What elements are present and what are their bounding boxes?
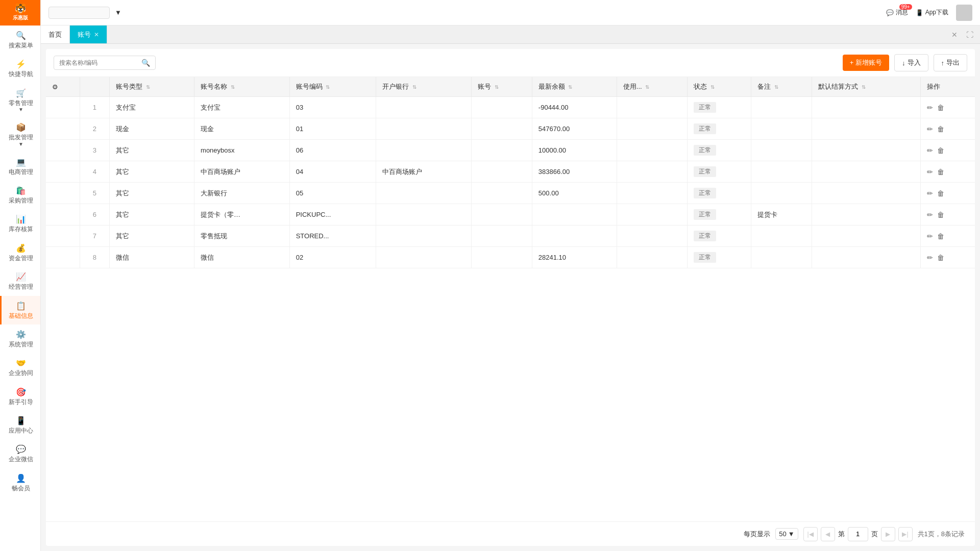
sidebar-item-system[interactable]: ⚙️ 系统管理 xyxy=(0,324,40,353)
delete-btn-1[interactable]: 🗑 xyxy=(937,125,944,133)
delete-btn-7[interactable]: 🗑 xyxy=(937,254,944,262)
tab-home[interactable]: 首页 xyxy=(41,26,70,43)
sidebar-item-purchase[interactable]: 🛍️ 采购管理 xyxy=(0,181,40,209)
edit-btn-4[interactable]: ✏ xyxy=(927,189,933,197)
sort-status-icon[interactable]: ⇅ xyxy=(710,84,715,90)
per-page-select[interactable]: 50 ▼ xyxy=(775,528,798,540)
sidebar-item-ecommerce[interactable]: 💻 电商管理 xyxy=(0,152,40,181)
row-type-7: 微信 xyxy=(110,247,194,268)
total-info: 共1页，8条记录 xyxy=(918,530,965,539)
tab-account[interactable]: 账号 ✕ xyxy=(70,26,107,43)
tab-account-close[interactable]: ✕ xyxy=(94,31,99,38)
row-bank-2 xyxy=(376,140,472,161)
search-icon[interactable]: 🔍 xyxy=(141,59,150,67)
delete-btn-4[interactable]: 🗑 xyxy=(937,189,944,197)
sort-balance-icon[interactable]: ⇅ xyxy=(568,84,572,90)
row-balance-1: 547670.00 xyxy=(532,118,617,140)
edit-btn-0[interactable]: ✏ xyxy=(927,104,933,112)
sidebar-item-retail[interactable]: 🛒 零售管理 ▼ xyxy=(0,83,40,117)
export-button[interactable]: ↑ 导出 xyxy=(934,54,968,71)
sidebar-item-shortcut[interactable]: ⚡ 快捷导航 xyxy=(0,54,40,83)
edit-btn-1[interactable]: ✏ xyxy=(927,125,933,133)
delete-btn-0[interactable]: 🗑 xyxy=(937,104,944,112)
sidebar-item-inventory[interactable]: 📊 库存核算 xyxy=(0,209,40,238)
add-account-button[interactable]: + 新增账号 xyxy=(843,55,889,71)
topbar-search-input[interactable] xyxy=(53,9,94,16)
row-num-1: 2 xyxy=(80,118,109,140)
table-row: 6 其它 提货卡（零… PICKUPC... 正常 提货卡 ✏ 🗑 xyxy=(46,204,975,226)
sort-bank-icon[interactable]: ⇅ xyxy=(412,84,416,90)
row-status-1: 正常 xyxy=(688,118,751,140)
edit-btn-3[interactable]: ✏ xyxy=(927,168,933,176)
edit-btn-6[interactable]: ✏ xyxy=(927,232,933,240)
sort-code-icon[interactable]: ⇅ xyxy=(326,84,330,90)
page-prev-btn[interactable]: ◀ xyxy=(821,527,835,541)
sidebar-icon-ecommerce: 💻 xyxy=(16,157,26,167)
delete-btn-3[interactable]: 🗑 xyxy=(937,168,944,176)
delete-btn-6[interactable]: 🗑 xyxy=(937,232,944,240)
sidebar-item-wholesale[interactable]: 📦 批发管理 ▼ xyxy=(0,117,40,152)
col-action: 操作 xyxy=(921,77,975,97)
sidebar-item-apps[interactable]: 📱 应用中心 xyxy=(0,411,40,439)
sort-type-icon[interactable]: ⇅ xyxy=(146,84,150,90)
row-num-5: 6 xyxy=(80,204,109,226)
delete-btn-2[interactable]: 🗑 xyxy=(937,146,944,155)
row-account-6 xyxy=(471,226,532,247)
table-row: 5 其它 大新银行 05 500.00 正常 ✏ 🗑 xyxy=(46,183,975,204)
page-first-btn[interactable]: |◀ xyxy=(803,527,818,541)
sidebar-item-guide[interactable]: 🎯 新手引导 xyxy=(0,382,40,411)
status-badge-2: 正常 xyxy=(694,145,716,156)
table-container: ⚙ 账号类型 ⇅ 账号名称 ⇅ 账号编码 ⇅ 开户银行 ⇅ 账号 ⇅ 最新余额 … xyxy=(46,77,975,521)
row-default-payment-6 xyxy=(812,226,921,247)
page-number-input[interactable] xyxy=(848,527,868,541)
row-balance-7: 28241.10 xyxy=(532,247,617,268)
edit-btn-5[interactable]: ✏ xyxy=(927,211,933,219)
row-settings-3 xyxy=(46,161,80,183)
import-button[interactable]: ↓ 导入 xyxy=(894,54,928,71)
sidebar-icon-wechat: 💬 xyxy=(16,444,26,454)
sidebar-item-finance[interactable]: 💰 资金管理 xyxy=(0,238,40,267)
tab-close-icon[interactable]: ✕ xyxy=(948,29,961,41)
search-box[interactable]: 🔍 xyxy=(54,56,156,70)
settings-icon[interactable]: ⚙ xyxy=(52,83,58,91)
sort-name-icon[interactable]: ⇅ xyxy=(231,84,235,90)
sidebar-item-search[interactable]: 🔍 搜索菜单 xyxy=(0,26,40,54)
topbar-app-download[interactable]: 📱 App下载 xyxy=(916,8,948,17)
topbar-message[interactable]: 💬 消息 99+ xyxy=(886,8,908,17)
tab-fullscreen-icon[interactable]: ⛶ xyxy=(964,29,976,41)
col-balance: 最新余额 ⇅ xyxy=(532,77,617,97)
status-badge-4: 正常 xyxy=(694,188,716,198)
sidebar-label-inventory: 库存核算 xyxy=(9,226,33,233)
sidebar-item-wechat[interactable]: 💬 企业微信 xyxy=(0,439,40,468)
table-row: 4 其它 中百商场账户 04 中百商场账户 383866.00 正常 ✏ 🗑 xyxy=(46,161,975,183)
sort-account-icon[interactable]: ⇅ xyxy=(495,84,499,90)
topbar-search-box[interactable] xyxy=(48,7,110,19)
content-area: 🔍 + 新增账号 ↓ 导入 ↑ 导出 xyxy=(46,49,975,546)
edit-btn-2[interactable]: ✏ xyxy=(927,146,933,155)
sort-payment-icon[interactable]: ⇅ xyxy=(862,84,866,90)
row-remark-4 xyxy=(751,183,812,204)
sort-usage-icon[interactable]: ⇅ xyxy=(645,84,649,90)
page-last-btn[interactable]: ▶| xyxy=(898,527,913,541)
edit-btn-7[interactable]: ✏ xyxy=(927,254,933,262)
user-avatar[interactable] xyxy=(956,5,972,21)
sidebar-icon-inventory: 📊 xyxy=(16,214,26,224)
sidebar-icon-search: 🔍 xyxy=(16,31,26,40)
sidebar-item-member[interactable]: 👤 畅会员 xyxy=(0,468,40,497)
row-usage-0 xyxy=(617,97,688,118)
search-input[interactable] xyxy=(59,59,138,66)
delete-btn-5[interactable]: 🗑 xyxy=(937,211,944,219)
sidebar-item-basic[interactable]: 📋 基础信息 xyxy=(0,296,40,324)
row-remark-7 xyxy=(751,247,812,268)
row-usage-7 xyxy=(617,247,688,268)
sidebar-arrow-retail: ▼ xyxy=(18,107,23,112)
sidebar-item-operations[interactable]: 📈 经营管理 xyxy=(0,267,40,295)
topbar-dropdown[interactable]: ▼ xyxy=(115,9,121,16)
row-action-5: ✏ 🗑 xyxy=(921,204,975,226)
row-account-5 xyxy=(471,204,532,226)
sidebar-item-agreement[interactable]: 🤝 企业协同 xyxy=(0,353,40,382)
export-icon: ↑ xyxy=(941,59,945,67)
page-next-btn[interactable]: ▶ xyxy=(881,527,895,541)
sort-remark-icon[interactable]: ⇅ xyxy=(774,84,778,90)
row-settings-1 xyxy=(46,118,80,140)
